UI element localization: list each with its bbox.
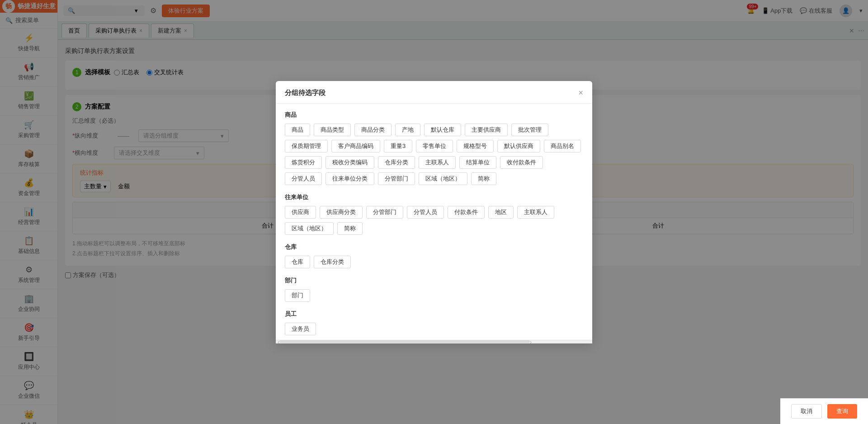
modal-close-button[interactable]: ×: [578, 88, 583, 98]
field-tag-goods-7[interactable]: 保质期管理: [285, 140, 328, 152]
field-section-department: 部门部门: [285, 276, 583, 302]
modal-overlay: 分组待选字段 × 商品商品商品类型商品分类产地默认仓库主要供应商批次管理保质期管…: [0, 0, 868, 424]
scroll-thumb[interactable]: [279, 340, 530, 343]
field-tag-goods-4[interactable]: 默认仓库: [424, 124, 461, 136]
field-tag-goods-15[interactable]: 税收分类编码: [326, 156, 374, 169]
field-section-partner: 往来单位供应商供应商分类分管部门分管人员付款条件地区主联系人区域（地区）简称: [285, 193, 583, 235]
field-tag-partner-2[interactable]: 分管部门: [366, 206, 403, 219]
field-tag-goods-1[interactable]: 商品类型: [314, 124, 351, 136]
field-tag-goods-9[interactable]: 重量3: [384, 140, 412, 152]
field-tag-goods-5[interactable]: 主要供应商: [465, 124, 508, 136]
field-tags-employee: 业务员: [285, 323, 583, 335]
field-tag-goods-23[interactable]: 区域（地区）: [419, 172, 467, 185]
field-tag-goods-8[interactable]: 客户商品编码: [331, 140, 380, 152]
field-tag-partner-5[interactable]: 地区: [488, 206, 514, 219]
field-tag-goods-24[interactable]: 简称: [471, 172, 496, 185]
field-tag-goods-2[interactable]: 商品分类: [354, 124, 392, 136]
modal-scroll-bar[interactable]: ‹ ›: [276, 340, 592, 343]
field-tag-goods-3[interactable]: 产地: [395, 124, 420, 136]
field-tag-partner-3[interactable]: 分管人员: [407, 206, 444, 219]
field-tag-goods-16[interactable]: 仓库分类: [378, 156, 415, 169]
section-title-department: 部门: [285, 276, 583, 285]
field-section-warehouse: 仓库仓库仓库分类: [285, 243, 583, 268]
section-title-warehouse: 仓库: [285, 243, 583, 251]
field-tags-partner: 供应商供应商分类分管部门分管人员付款条件地区主联系人区域（地区）简称: [285, 206, 583, 235]
bottom-action-bar: 取消 查询: [780, 398, 868, 424]
field-tags-department: 部门: [285, 289, 583, 302]
confirm-button[interactable]: 查询: [827, 404, 857, 419]
field-tag-goods-10[interactable]: 零售单位: [416, 140, 453, 152]
field-tag-partner-0[interactable]: 供应商: [285, 206, 316, 219]
modal-body: 商品商品商品类型商品分类产地默认仓库主要供应商批次管理保质期管理客户商品编码重量…: [276, 104, 592, 340]
field-tag-partner-1[interactable]: 供应商分类: [320, 206, 363, 219]
section-title-employee: 员工: [285, 310, 583, 318]
field-tag-goods-18[interactable]: 结算单位: [459, 156, 496, 169]
cancel-button[interactable]: 取消: [791, 404, 822, 419]
field-tag-goods-20[interactable]: 分管人员: [285, 172, 322, 185]
field-tags-warehouse: 仓库仓库分类: [285, 256, 583, 268]
modal-field-selector: 分组待选字段 × 商品商品商品类型商品分类产地默认仓库主要供应商批次管理保质期管…: [276, 81, 592, 343]
modal-title: 分组待选字段: [285, 89, 326, 97]
field-tag-partner-6[interactable]: 主联系人: [517, 206, 554, 219]
field-tag-partner-4[interactable]: 付款条件: [448, 206, 485, 219]
field-tag-goods-14[interactable]: 炼货积分: [285, 156, 322, 169]
modal-header: 分组待选字段 ×: [276, 81, 592, 104]
field-tag-partner-7[interactable]: 区域（地区）: [285, 222, 334, 235]
field-tag-employee-0[interactable]: 业务员: [285, 323, 316, 335]
field-tag-goods-13[interactable]: 商品别名: [544, 140, 581, 152]
field-tag-goods-12[interactable]: 默认供应商: [497, 140, 540, 152]
field-tag-goods-17[interactable]: 主联系人: [419, 156, 456, 169]
section-title-partner: 往来单位: [285, 193, 583, 201]
field-tag-partner-8[interactable]: 简称: [337, 222, 363, 235]
field-tag-goods-19[interactable]: 收付款条件: [500, 156, 543, 169]
field-tags-goods: 商品商品类型商品分类产地默认仓库主要供应商批次管理保质期管理客户商品编码重量3零…: [285, 124, 583, 185]
field-section-goods: 商品商品商品类型商品分类产地默认仓库主要供应商批次管理保质期管理客户商品编码重量…: [285, 111, 583, 185]
field-tag-warehouse-0[interactable]: 仓库: [285, 256, 310, 268]
field-tag-goods-0[interactable]: 商品: [285, 124, 310, 136]
field-tag-warehouse-1[interactable]: 仓库分类: [314, 256, 351, 268]
scroll-right-icon[interactable]: ›: [530, 338, 532, 345]
field-tag-goods-6[interactable]: 批次管理: [511, 124, 548, 136]
field-section-employee: 员工业务员: [285, 310, 583, 335]
field-tag-goods-22[interactable]: 分管部门: [378, 172, 415, 185]
field-tag-goods-11[interactable]: 规格型号: [457, 140, 494, 152]
field-tag-goods-21[interactable]: 往来单位分类: [326, 172, 374, 185]
field-tag-department-0[interactable]: 部门: [285, 289, 310, 302]
section-title-goods: 商品: [285, 111, 583, 119]
